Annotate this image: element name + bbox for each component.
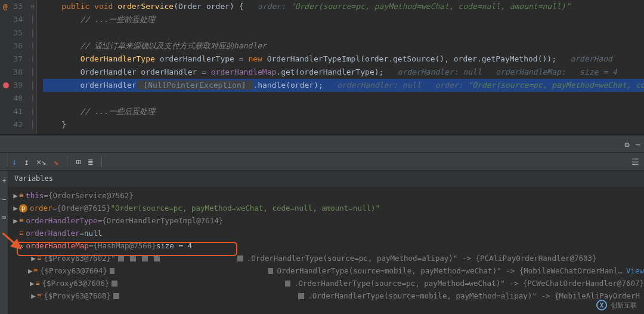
variable-row[interactable]: ▶≡this = {OrderService@7562}	[12, 189, 644, 202]
field-icon: ≡	[33, 264, 38, 277]
variable-row[interactable]: ▶≡{$Proxy63@7608} .OrderHandlerType(sour…	[12, 290, 644, 302]
variable-row[interactable]: ▼∞orderHandleMap = {HashMap@7566} size =…	[12, 239, 644, 252]
panel-side-icon[interactable]: −	[2, 195, 6, 204]
variable-name: {$Proxy63@7604}	[40, 264, 107, 277]
variable-name: order	[30, 202, 52, 214]
layout-icon[interactable]: ☰	[631, 157, 639, 167]
variable-row[interactable]: ▶≡orderHandlerType = {OrderHandlerTypeIm…	[12, 214, 644, 227]
variable-name: {$Proxy63@7608}	[44, 290, 111, 302]
code-line[interactable]: OrderHandler orderHandler = orderHandleM…	[43, 66, 644, 79]
step-action-icon[interactable]: ⊞	[76, 157, 80, 167]
variable-name: orderHandleMap	[26, 239, 89, 252]
code-line[interactable]: // ...一些后置处理	[43, 105, 644, 118]
variable-row[interactable]: ≡orderHandler = null	[12, 227, 644, 239]
redacted-block	[154, 255, 160, 261]
code-line[interactable]: // 通过订单来源确以及支付方式获取对应的handler	[43, 39, 644, 53]
step-action-icon[interactable]: ↥	[24, 157, 29, 167]
redacted-block	[112, 281, 117, 287]
variable-mapped-value: .OrderHandlerType(source=pc, payMethod=a…	[247, 252, 597, 264]
field-icon: ≡	[37, 290, 41, 302]
infinity-icon: ∞	[19, 239, 24, 252]
tree-caret-icon[interactable]: ▶	[27, 264, 33, 277]
variable-tail: size = 4	[156, 239, 192, 252]
variable-name: orderHandlerType	[26, 214, 97, 227]
variables-panel-title: Variables	[8, 171, 644, 187]
variable-mapped-value: .OrderHandlerType(source=pc, payMethod=w…	[294, 277, 644, 290]
variable-row[interactable]: ▶≡{$Proxy63@7604} OrderHandlerType(sourc…	[12, 264, 644, 277]
variable-value: {OrderService@7562}	[48, 189, 134, 202]
variable-mapped-value: OrderHandlerType(source=mobile, payMetho…	[277, 264, 622, 277]
code-line[interactable]: }	[43, 118, 644, 131]
minimize-icon[interactable]: −	[636, 140, 640, 149]
settings-icon[interactable]: ⚙	[624, 140, 629, 149]
redacted-block	[110, 268, 115, 274]
variable-value: {HashMap@7566}	[93, 239, 156, 252]
debug-step-toolbar: ↓↥✕↘↘⊞≣☰	[0, 153, 644, 171]
brand-logo-icon: X	[596, 300, 607, 310]
code-editor: @ 33343536373839404142 ⊟│││││││││ public…	[0, 0, 644, 135]
variables-tree[interactable]: ▶≡this = {OrderService@7562}▶porder = {O…	[8, 187, 644, 304]
variable-row[interactable]: ▶≡{$Proxy63@7602} ".OrderHandlerType(sou…	[12, 252, 644, 264]
redacted-block	[113, 293, 119, 299]
tree-caret-icon[interactable]: ▶	[30, 290, 37, 302]
debug-toolbar: ⚙ −	[0, 135, 644, 153]
variable-value: {OrderHandlerTypeImpl@7614}	[102, 214, 223, 227]
code-line[interactable]: public void orderService(Order order) { …	[43, 0, 644, 13]
variable-name: this	[26, 189, 44, 202]
panel-side-icon[interactable]: ∞	[2, 213, 6, 221]
step-action-icon[interactable]: ≣	[88, 157, 93, 167]
panel-left-toolbar: ＋−∞	[0, 171, 8, 314]
code-line[interactable]: orderHandler [NullPointerException] .han…	[43, 79, 644, 92]
field-icon: ≡	[35, 277, 39, 290]
field-icon: ≡	[19, 227, 23, 239]
variable-tail: "Order(source=pc, payMethod=weChat, code…	[110, 202, 380, 214]
code-area[interactable]: public void orderService(Order order) { …	[37, 0, 644, 134]
tree-caret-icon[interactable]: ▶	[12, 202, 19, 214]
override-icon[interactable]: @	[3, 0, 8, 13]
breakpoint-icon[interactable]	[3, 82, 9, 88]
fold-column[interactable]: ⊟│││││││││	[29, 0, 37, 134]
step-action-icon[interactable]: ✕↘	[36, 157, 47, 167]
code-line[interactable]: OrderHandlerType orderHandlerType = new …	[43, 53, 644, 66]
variable-row[interactable]: ▶porder = {Order@7615} "Order(source=pc,…	[12, 202, 644, 214]
tree-caret-icon[interactable]: ▶	[12, 189, 19, 202]
redacted-block	[130, 255, 136, 261]
tree-caret-icon[interactable]: ▶	[29, 277, 35, 290]
variable-value: null	[84, 227, 102, 239]
redacted-block	[118, 255, 124, 261]
variable-value: {Order@7615}	[57, 202, 110, 214]
code-line[interactable]	[43, 92, 644, 105]
code-line[interactable]	[43, 26, 644, 39]
variable-row[interactable]: ▶≡{$Proxy63@7606} .OrderHandlerType(sour…	[12, 277, 644, 290]
variable-name: orderHandler	[26, 227, 79, 239]
field-icon: ≡	[37, 252, 41, 264]
view-link[interactable]: View	[626, 264, 644, 277]
step-action-icon[interactable]: ↓	[12, 157, 17, 167]
debug-panel: ＋−∞ Variables ▶≡this = {OrderService@756…	[0, 171, 644, 314]
variable-name: {$Proxy63@7602}	[44, 252, 111, 264]
brand-text: 创新互联	[611, 301, 637, 310]
watermark-brand: X 创新互联	[596, 300, 637, 310]
redacted-block	[142, 255, 148, 261]
tree-caret-icon[interactable]: ▶	[30, 252, 37, 264]
tree-caret-icon[interactable]: ▼	[12, 239, 19, 252]
code-line[interactable]: // ...一些前置处理	[43, 13, 644, 26]
variable-name: {$Proxy63@7606}	[42, 277, 109, 290]
variable-mapped-value: .OrderHandlerType(source=mobile, payMeth…	[308, 290, 640, 302]
parameter-icon: p	[19, 204, 27, 213]
panel-side-icon[interactable]: ＋	[1, 176, 8, 186]
line-number-gutter: @ 33343536373839404142	[0, 0, 29, 134]
step-action-icon[interactable]: ↘	[54, 157, 58, 167]
tree-caret-icon[interactable]: ▶	[12, 214, 19, 227]
field-icon: ≡	[19, 214, 23, 227]
field-icon: ≡	[19, 189, 23, 202]
